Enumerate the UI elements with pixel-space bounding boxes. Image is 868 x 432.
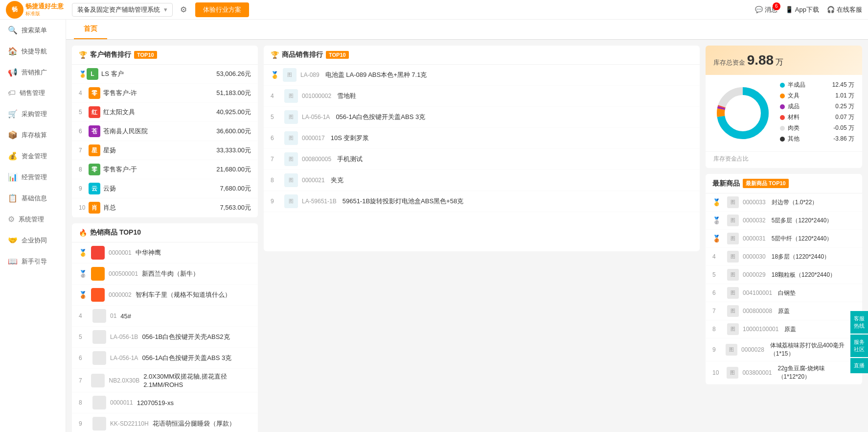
- sidebar-label: 经营管理: [22, 173, 47, 182]
- rank-number: 5: [712, 271, 723, 278]
- latest-product-name: 22g鱼豆腐-烧烤味（1*12*20）: [778, 364, 856, 381]
- legend-color: [780, 94, 785, 98]
- product-name: 45#: [120, 312, 131, 320]
- sidebar-item-search[interactable]: 🔍搜索菜单: [0, 20, 66, 41]
- rank-avatar: 苍: [89, 125, 100, 137]
- legend-item: 肉类 -0.05 万: [780, 124, 854, 132]
- latest-product-item: 🥈 图 0000032 5层多层（1220*2440）: [706, 212, 862, 230]
- headset-icon: 🎧: [827, 6, 835, 13]
- topbar: 畅 畅捷通好生意 标准版 装备及固定资产辅助管理系统 ▾ ⚙ 体验行业方案 💬 …: [0, 0, 868, 20]
- settings-icon[interactable]: ⚙: [177, 3, 190, 17]
- product-image: [92, 330, 106, 344]
- hot-product-item: 9 KK-SD22110H 花语萌恒温分腿睡袋（厚款）: [72, 413, 258, 432]
- rank-number: 6: [271, 135, 280, 142]
- sidebar-item-purchase[interactable]: 🛒采购管理: [0, 103, 66, 124]
- legend-value: 12.45 万: [832, 81, 854, 89]
- latest-product-code: 0000032: [743, 217, 766, 224]
- rank-name: 零售客户-许: [103, 89, 216, 97]
- product-code: 0000017: [302, 135, 325, 142]
- legend-color: [780, 115, 785, 120]
- sales-product-item: 9 图 LA-59651-1B 59651-1B旋转投影灯电池盒ABS黑色+58…: [264, 191, 700, 212]
- tab-home[interactable]: 首页: [74, 20, 107, 39]
- product-image: [92, 351, 106, 365]
- latest-product-code: 003800001: [742, 369, 772, 376]
- latest-products-list: 🥇 图 0000033 封边带（1.0*22） 🥈 图 0000032 5层多层…: [706, 193, 862, 384]
- latest-product-code: 0000031: [743, 235, 766, 242]
- hot-product-item: 8 0000011 12070519-xs: [72, 392, 258, 413]
- product-image: [91, 288, 105, 302]
- legend-color: [780, 104, 785, 109]
- legend-label: 半成品: [788, 81, 832, 89]
- sidebar-item-sales[interactable]: 🏷销售管理: [0, 83, 66, 103]
- basic-info-icon: 📋: [8, 193, 18, 203]
- sidebar-item-system[interactable]: ⚙系统管理: [0, 209, 66, 230]
- trial-button[interactable]: 体验行业方案: [195, 2, 249, 17]
- cs-live-btn[interactable]: 直播: [850, 358, 868, 373]
- rank-item: 10 肖 肖总 7,563.00元: [72, 198, 258, 217]
- sales-icon: 🏷: [8, 89, 16, 97]
- rank-name: 零售客户-于: [103, 165, 216, 174]
- silver-medal-icon: 🥈: [79, 270, 87, 278]
- hot-products-header: 🔥 热销商品 TOP10: [72, 223, 258, 242]
- latest-product-image: 图: [727, 305, 739, 317]
- sidebar-item-guide[interactable]: 📖新手引导: [0, 251, 66, 272]
- online-service-item[interactable]: 🎧 在线客服: [827, 5, 862, 14]
- sidebar-item-finance[interactable]: 💰资金管理: [0, 145, 66, 167]
- latest-product-image: 图: [727, 269, 739, 281]
- product-code: LA-089: [300, 72, 320, 78]
- latest-products-card: 最新商品 最新商品 TOP10 🥇 图 0000033 封边带（1.0*22） …: [706, 174, 862, 384]
- sidebar-item-operations[interactable]: 📊经营管理: [0, 167, 66, 188]
- latest-product-name: 原盖: [784, 325, 796, 334]
- product-code: 0000021: [302, 177, 325, 184]
- product-image: 图: [284, 110, 298, 124]
- legend-item: 文具 1.01 万: [780, 92, 854, 100]
- product-name: 59651-1B旋转投影灯电池盒ABS黑色+58克: [343, 197, 463, 206]
- product-name: 中华神鹰: [136, 248, 161, 257]
- legend-label: 文具: [788, 92, 835, 100]
- product-code: 000500001: [109, 270, 138, 277]
- sidebar-item-basic-info[interactable]: 📋基础信息: [0, 188, 66, 209]
- gold-medal-icon: 🥇: [712, 198, 723, 206]
- product-image: 图: [284, 131, 298, 145]
- cs-community-btn[interactable]: 服务社区: [850, 335, 868, 357]
- sidebar-label: 系统管理: [19, 215, 44, 224]
- sidebar-label: 搜索菜单: [22, 26, 47, 35]
- latest-product-name: 5层多层（1220*2440）: [772, 216, 833, 225]
- sidebar-item-marketing[interactable]: 📢营销推广: [0, 62, 66, 83]
- legend-label: 材料: [788, 113, 835, 121]
- sales-product-item: 6 图 0000017 10S 变刺罗浆: [264, 128, 700, 149]
- phone-icon: 📱: [785, 6, 793, 13]
- rank-number: 5: [271, 114, 280, 120]
- rank-value: 36,600.00元: [216, 127, 251, 136]
- rank-value: 21,680.00元: [216, 165, 251, 174]
- legend-color: [780, 137, 785, 142]
- cs-hotline-btn[interactable]: 客服热线: [850, 311, 868, 334]
- product-image: [91, 267, 105, 281]
- rank-avatar: 零: [89, 87, 100, 99]
- latest-products-header: 最新商品 最新商品 TOP10: [706, 174, 862, 193]
- topbar-center: 装备及固定资产辅助管理系统 ▾ ⚙ 体验行业方案: [72, 2, 755, 17]
- rank-avatar: 云: [89, 183, 100, 194]
- sidebar-item-inventory[interactable]: 📦库存核算: [0, 124, 66, 145]
- app-download-item[interactable]: 📱 App下载: [785, 5, 819, 14]
- sidebar-item-enterprise[interactable]: 🤝企业协同: [0, 230, 66, 251]
- latest-product-item: 🥉 图 0000031 5层中纤（1220*2440）: [706, 230, 862, 248]
- customer-rank-header: 🏆 客户销售排行 TOP10: [72, 46, 258, 65]
- rank-avatar: L: [87, 68, 98, 80]
- rank-number: 8: [271, 177, 280, 184]
- product-name: 雪地鞋: [337, 92, 356, 100]
- sidebar-item-quick-nav[interactable]: 🏠快捷导航: [0, 41, 66, 62]
- product-image: 图: [284, 173, 298, 187]
- product-image: 图: [284, 152, 298, 166]
- message-item[interactable]: 💬 消息 6: [755, 5, 777, 14]
- rank-value: 51,183.00元: [216, 89, 251, 97]
- product-name: 电池盖 LA-089 ABS本色+黑种 7.1克: [325, 71, 427, 79]
- system-select[interactable]: 装备及固定资产辅助管理系统 ▾: [72, 3, 173, 17]
- rank-number: 8: [79, 166, 89, 173]
- product-name: 手机测试: [337, 155, 363, 164]
- fire-icon: 🔥: [79, 229, 87, 237]
- product-image: 图: [284, 89, 298, 103]
- customer-rank-card: 🏆 客户销售排行 TOP10 🥇 L LS 客户 53,006.26元 4 零 …: [72, 46, 258, 217]
- latest-product-name: 封边带（1.0*22）: [772, 198, 818, 207]
- rank-number: 4: [79, 312, 89, 319]
